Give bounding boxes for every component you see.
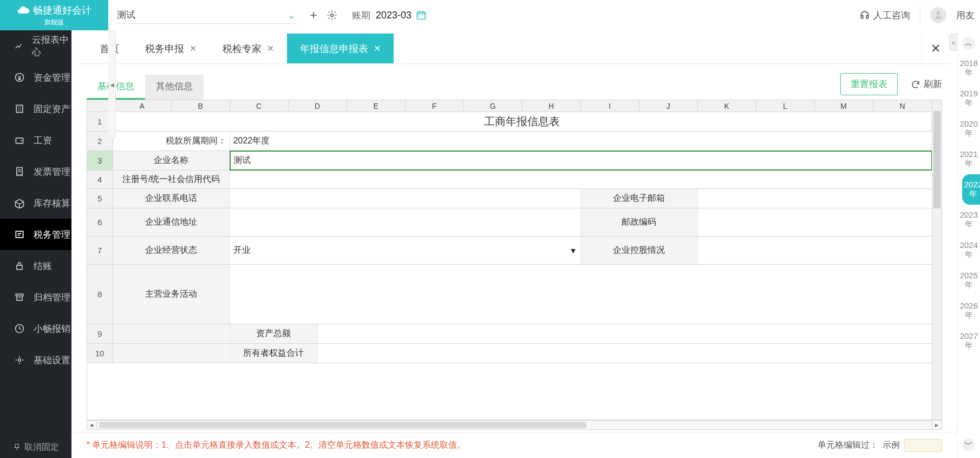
tab-annual-report[interactable]: 年报信息申报表✕ [287,34,394,63]
tab-tax-filing[interactable]: 税务申报✕ [132,34,210,63]
footer-bar: * 单元格编辑说明：1、点击单元格直接录入数值或文本。2、清空单元格数值或文本恢… [71,432,957,458]
refresh-button[interactable]: 刷新 [911,78,942,90]
close-icon[interactable]: ✕ [374,43,381,54]
reg-number-cell[interactable] [230,171,932,188]
col-header[interactable]: I [581,100,639,112]
owner-equity-cell[interactable] [318,344,932,363]
subtab-other-info[interactable]: 其他信息 [145,75,204,100]
scrollbar-thumb[interactable] [99,422,586,428]
total-assets-label: 资产总额 [230,324,318,343]
company-name-cell[interactable]: 测试 [230,151,932,170]
vertical-scrollbar[interactable] [932,100,942,420]
row-header[interactable]: 9 [87,324,113,343]
rail-up-button[interactable]: ︽ [962,37,975,50]
scrollbar-thumb[interactable] [933,111,940,208]
address-cell[interactable] [230,208,581,236]
row-header[interactable]: 8 [87,265,113,324]
scroll-left-icon[interactable]: ◂ [87,421,97,429]
sidebar-item-tax[interactable]: 税务管理 [0,219,71,250]
svg-rect-8 [17,265,22,270]
sample-label: 示例 [883,440,900,451]
sidebar-item-funds[interactable]: 资金管理 [0,62,71,93]
sidebar-item-report-center[interactable]: 云报表中心 [0,30,71,62]
year-item[interactable]: 2027年 [958,326,980,356]
col-header[interactable]: M [815,100,873,112]
sidebar-item-inventory[interactable]: 库存核算 [0,187,71,219]
sidebar-item-settings[interactable]: 基础设置 [0,344,71,376]
svg-rect-7 [16,231,23,238]
top-bar: 畅捷通好会计 旗舰版 测试 ⌄ 账期 2023-03 人工咨询 [0,0,980,30]
col-header[interactable]: A [113,100,172,112]
col-header[interactable]: H [522,100,581,112]
sidebar-item-invoice[interactable]: 发票管理 [0,156,71,187]
calendar-icon[interactable] [416,10,427,21]
lock-icon [14,260,25,271]
company-selector[interactable]: 测试 ⌄ [117,6,296,24]
sidebar-collapse-handle[interactable]: ◂ [108,30,116,139]
column-headers: A B C D E F G H I J K L M N [87,100,932,112]
row-header[interactable]: 3 [87,151,113,170]
col-header[interactable]: J [639,100,698,112]
row-header[interactable]: 10 [87,344,113,363]
year-item[interactable]: 2022年 [962,174,980,205]
postcode-cell[interactable] [698,208,932,236]
close-icon[interactable]: ✕ [190,43,197,54]
sidebar-item-expense[interactable]: 小畅报销 [0,313,71,344]
rail-down-button[interactable]: ︾ [962,439,975,452]
year-item[interactable]: 2021年 [958,144,980,174]
col-header[interactable]: N [873,100,932,112]
support-button[interactable]: 人工咨询 [859,9,910,22]
user-name: 用友 [956,9,975,22]
email-cell[interactable] [698,189,932,208]
phone-cell[interactable] [230,189,581,208]
empty-label [113,344,230,363]
tab-tax-check[interactable]: 税检专家✕ [210,34,287,63]
row-header[interactable]: 5 [87,189,113,208]
rail-collapse-handle[interactable]: « [949,34,958,51]
user-avatar[interactable] [930,7,946,23]
sidebar-item-closing[interactable]: 结账 [0,250,71,282]
phone-label: 企业联系电话 [113,189,230,208]
settings-button[interactable] [323,6,341,24]
year-item[interactable]: 2019年 [958,83,980,114]
row-8: 8 主营业务活动 [87,265,932,324]
sidebar-item-fixed-assets[interactable]: 固定资产 [0,93,71,125]
year-item[interactable]: 2023年 [958,205,980,235]
unpin-sidebar-button[interactable]: 取消固定 [0,436,71,458]
row-1: 1 工商年报信息表 [87,112,932,132]
spreadsheet[interactable]: A B C D E F G H I J K L M N 1 [87,100,932,420]
tabs-bar: 首页 税务申报✕ 税检专家✕ 年报信息申报表✕ ✕ [79,34,950,64]
col-header[interactable]: E [347,100,406,112]
period-label: 账期 [352,9,370,22]
company-name: 测试 [117,9,288,21]
col-header[interactable]: F [406,100,464,112]
close-icon[interactable]: ✕ [267,43,274,54]
email-label: 企业电子邮箱 [581,189,698,208]
year-item[interactable]: 2026年 [958,296,980,326]
total-assets-cell[interactable] [318,324,932,343]
sidebar-item-salary[interactable]: 工资 [0,125,71,156]
sample-swatch [904,439,942,452]
horizontal-scrollbar[interactable]: ◂ ▸ [87,420,942,430]
reset-report-button[interactable]: 重置报表 [840,73,898,95]
col-header[interactable]: L [756,100,815,112]
close-all-tabs-button[interactable]: ✕ [922,34,950,63]
scroll-right-icon[interactable]: ▸ [932,421,942,429]
year-item[interactable]: 2020年 [958,114,980,144]
row-header[interactable]: 7 [87,237,113,264]
holding-cell[interactable] [698,237,932,264]
col-header[interactable]: B [172,100,230,112]
sidebar-item-archive[interactable]: 归档管理 [0,282,71,313]
year-item[interactable]: 2018年 [958,53,980,83]
add-button[interactable] [304,6,323,24]
row-header[interactable]: 4 [87,171,113,188]
status-dropdown[interactable]: 开业 ▼ [230,237,581,264]
col-header[interactable]: K [698,100,756,112]
year-item[interactable]: 2024年 [958,235,980,265]
main-business-cell[interactable] [230,265,932,324]
year-item[interactable]: 2025年 [958,265,980,296]
row-header[interactable]: 6 [87,208,113,236]
col-header[interactable]: D [289,100,347,112]
col-header[interactable]: G [464,100,522,112]
col-header[interactable]: C [230,100,289,112]
